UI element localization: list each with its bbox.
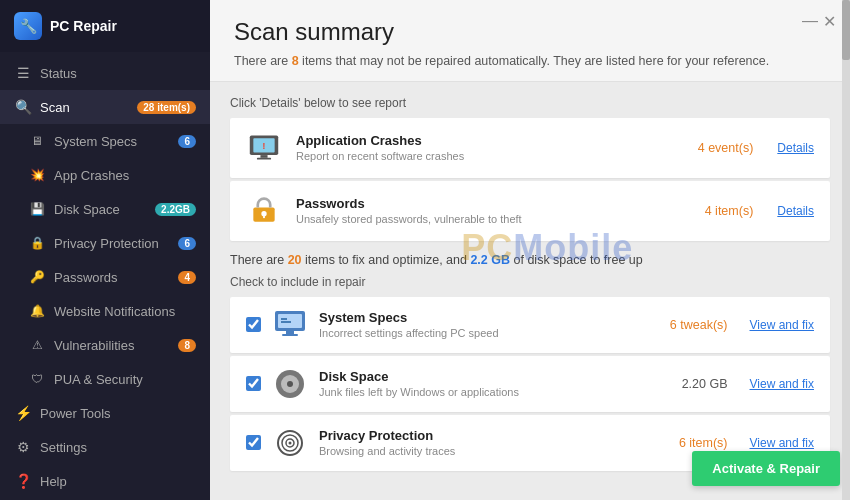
app-crashes-card-icon: ! [246,130,282,166]
sidebar-item-label: Help [40,474,196,489]
svg-rect-9 [278,314,302,328]
privacy-view-fix-link[interactable]: View and fix [750,436,814,450]
passwords-desc: Unsafely stored passwords, vulnerable to… [296,213,691,225]
subtitle: There are 8 items that may not be repair… [234,52,826,71]
sidebar-item-label: Scan [40,100,129,115]
minimize-button[interactable]: — [802,12,818,30]
subtitle-text1: There are [234,54,292,68]
disk-space-checkbox[interactable] [246,376,261,391]
app-crashes-icon: 💥 [28,166,46,184]
privacy-repair-title: Privacy Protection [319,428,667,443]
scan-badge: 28 item(s) [137,101,196,114]
app-crashes-desc: Report on recent software crashes [296,150,684,162]
passwords-icon: 🔑 [28,268,46,286]
sidebar-item-label: Power Tools [40,406,196,421]
privacy-icon: 🔒 [28,234,46,252]
passwords-card-icon [246,193,282,229]
svg-rect-7 [263,214,265,218]
sidebar: 🔧 PC Repair ☰ Status 🔍 Scan 28 item(s) 🖥… [0,0,210,500]
sidebar-item-disk-space[interactable]: 💾 Disk Space 2.2GB [0,192,210,226]
logo-area: 🔧 PC Repair [0,0,210,52]
disk-space-repair-desc: Junk files left by Windows or applicatio… [319,386,670,398]
subtitle-highlight: 8 [292,54,299,68]
sidebar-item-label: Settings [40,440,196,455]
logo-icon: 🔧 [14,12,42,40]
sidebar-item-label: Vulnerabilities [54,338,170,353]
scrollbar-track [842,0,850,500]
close-button[interactable]: ✕ [823,12,836,31]
app-crashes-details-link[interactable]: Details [777,141,814,155]
privacy-repair-icon [273,426,307,460]
card-passwords: Passwords Unsafely stored passwords, vul… [230,181,830,241]
optimize-text2: items to fix and optimize, and [302,253,471,267]
system-specs-repair-info: System Specs Incorrect settings affectin… [319,310,658,339]
sidebar-item-pua-security[interactable]: 🛡 PUA & Security [0,362,210,396]
svg-point-20 [289,441,292,444]
passwords-title: Passwords [296,196,691,211]
svg-rect-3 [257,158,271,160]
sidebar-item-label: Disk Space [54,202,147,217]
sidebar-item-label: Passwords [54,270,170,285]
sidebar-item-app-crashes[interactable]: 💥 App Crashes [0,158,210,192]
sidebar-item-label: Website Notifications [54,304,196,319]
sidebar-item-scan[interactable]: 🔍 Scan 28 item(s) [0,90,210,124]
help-icon: ❓ [14,472,32,490]
activate-repair-button[interactable]: Activate & Repair [692,451,840,486]
privacy-repair-info: Privacy Protection Browsing and activity… [319,428,667,457]
disk-space-repair-icon [273,367,307,401]
optimize-text3: of disk space to free up [510,253,643,267]
sidebar-nav: ☰ Status 🔍 Scan 28 item(s) 🖥 System Spec… [0,52,210,500]
status-icon: ☰ [14,64,32,82]
scan-icon: 🔍 [14,98,32,116]
subtitle-text2: items that may not be repaired automatic… [299,54,770,68]
privacy-repair-desc: Browsing and activity traces [319,445,667,457]
svg-point-16 [287,381,293,387]
sidebar-item-settings[interactable]: ⚙ Settings [0,430,210,464]
system-specs-checkbox[interactable] [246,317,261,332]
disk-space-badge: 2.2GB [155,203,196,216]
app-crashes-count: 4 event(s) [698,141,754,155]
page-title: Scan summary [234,18,826,46]
sidebar-item-privacy-protection[interactable]: 🔒 Privacy Protection 6 [0,226,210,260]
sidebar-item-label: Status [40,66,196,81]
sidebar-item-power-tools[interactable]: ⚡ Power Tools [0,396,210,430]
card-app-crashes: ! Application Crashes Report on recent s… [230,118,830,178]
repair-card-system-specs: System Specs Incorrect settings affectin… [230,297,830,353]
app-crashes-title: Application Crashes [296,133,684,148]
system-specs-repair-desc: Incorrect settings affecting PC speed [319,327,658,339]
vuln-badge: 8 [178,339,196,352]
disk-space-icon: 💾 [28,200,46,218]
sidebar-item-system-specs[interactable]: 🖥 System Specs 6 [0,124,210,158]
privacy-checkbox[interactable] [246,435,261,450]
sidebar-item-label: PUA & Security [54,372,196,387]
sidebar-item-label: Privacy Protection [54,236,170,251]
optimize-section-text: There are 20 items to fix and optimize, … [230,253,830,267]
disk-space-view-fix-link[interactable]: View and fix [750,377,814,391]
svg-rect-10 [286,331,294,334]
optimize-num: 20 [288,253,302,267]
system-specs-badge: 6 [178,135,196,148]
check-label: Check to include in repair [230,275,830,289]
passwords-badge: 4 [178,271,196,284]
scrollbar-thumb[interactable] [842,0,850,60]
repair-card-disk-space: Disk Space Junk files left by Windows or… [230,356,830,412]
pua-icon: 🛡 [28,370,46,388]
sidebar-item-status[interactable]: ☰ Status [0,56,210,90]
sidebar-item-website-notifications[interactable]: 🔔 Website Notifications [0,294,210,328]
passwords-details-link[interactable]: Details [777,204,814,218]
sidebar-item-label: App Crashes [54,168,196,183]
svg-rect-2 [260,155,267,158]
disk-space-repair-title: Disk Space [319,369,670,384]
disk-space-repair-info: Disk Space Junk files left by Windows or… [319,369,670,398]
system-specs-view-fix-link[interactable]: View and fix [750,318,814,332]
sidebar-item-help[interactable]: ❓ Help [0,464,210,498]
system-specs-repair-title: System Specs [319,310,658,325]
system-specs-repair-icon [273,308,307,342]
vulnerabilities-icon: ⚠ [28,336,46,354]
sidebar-item-passwords[interactable]: 🔑 Passwords 4 [0,260,210,294]
sidebar-item-vulnerabilities[interactable]: ⚠ Vulnerabilities 8 [0,328,210,362]
notifications-icon: 🔔 [28,302,46,320]
passwords-count: 4 item(s) [705,204,754,218]
app-crashes-info: Application Crashes Report on recent sof… [296,133,684,162]
power-tools-icon: ⚡ [14,404,32,422]
